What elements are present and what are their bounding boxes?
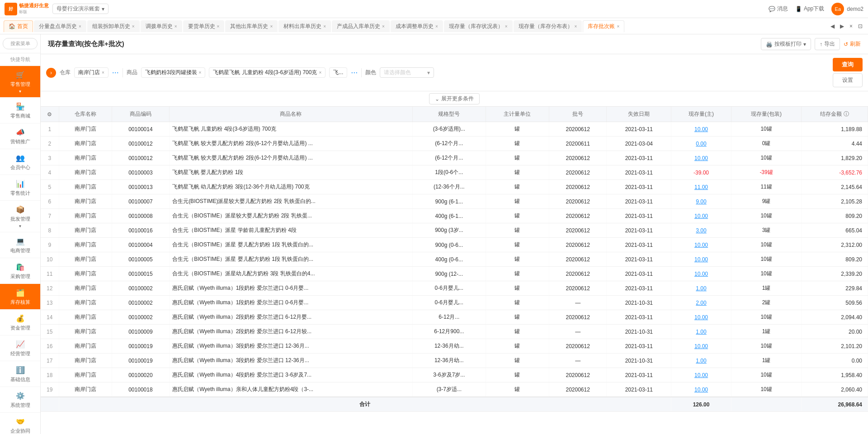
settings-btn[interactable]: 设置	[833, 73, 863, 87]
company-select[interactable]: 母婴行业演示账套 ▾	[52, 4, 108, 14]
mall-icon: 🏪	[16, 102, 25, 111]
remove-filter-icon[interactable]: ×	[199, 70, 202, 75]
cell-qty-pkg: 10罐	[731, 368, 802, 382]
cell-qty-main[interactable]: 10.00	[671, 267, 731, 281]
sidebar-item-inventory[interactable]: 🗂️ 库存核算	[0, 284, 40, 310]
filter-expand-btn[interactable]: ›	[46, 68, 56, 78]
tab-chenben[interactable]: 成本调整单历史 ×	[391, 20, 443, 32]
cell-qty-main[interactable]: 2.00	[671, 296, 731, 310]
tab-cailiaochuku[interactable]: 材料出库单历史 ×	[278, 20, 331, 32]
close-icon[interactable]: ×	[435, 24, 438, 29]
user-area[interactable]: Ea demo2	[831, 3, 863, 15]
sidebar-item-member[interactable]: 👥 会员中心	[0, 149, 40, 175]
close-icon[interactable]: ×	[132, 24, 135, 29]
cell-amount: 2,060.40	[802, 382, 868, 397]
tab-diaobodang[interactable]: 调拨单历史 ×	[141, 20, 182, 32]
close-icon[interactable]: ×	[505, 24, 508, 29]
cell-amount: 0.00	[802, 354, 868, 368]
cell-qty-main[interactable]: 1.00	[671, 281, 731, 296]
table-container[interactable]: ⚙ 仓库名称 商品编码 商品名称 规格型号 主计量单位 批号 失效日期 现存量(…	[41, 107, 868, 434]
cell-name: 惠氏启赋（Wyeth illuma）3段奶粉 爱尔兰进口 12-36月...	[170, 339, 413, 354]
sidebar-item-operation[interactable]: 📈 经营管理	[0, 335, 40, 361]
close-icon[interactable]: ×	[323, 24, 326, 29]
sidebar-item-finance[interactable]: 💰 资金管理	[0, 310, 40, 335]
tab-kucun-dist[interactable]: 现存量（库存分布表） ×	[514, 20, 582, 32]
more-options-icon[interactable]: ···	[112, 68, 119, 77]
product-more-icon[interactable]: ···	[351, 68, 358, 77]
export-btn[interactable]: ↑ 导出	[815, 38, 840, 50]
nav-close-icon[interactable]: ×	[848, 22, 854, 30]
search-menu-btn[interactable]: 搜索菜单	[3, 38, 38, 49]
tab-kucun-status[interactable]: 现存量（库存状况表） ×	[444, 20, 513, 32]
tab-zuzhuangchaijian[interactable]: 组装拆卸单历史 ×	[87, 20, 140, 32]
cell-qty-main[interactable]: 1.00	[671, 325, 731, 339]
cell-qty-main[interactable]: 9.00	[671, 194, 731, 209]
cell-qty-main[interactable]: 10.00	[671, 122, 731, 137]
color-select[interactable]: 请选择颜色 ▾	[380, 67, 434, 78]
tab-fenliangpandian[interactable]: 分量盘点单历史 ×	[34, 20, 86, 32]
close-icon[interactable]: ×	[79, 24, 81, 29]
refresh-btn[interactable]: ↺ 刷新	[844, 40, 861, 48]
basic-icon: ℹ️	[16, 366, 25, 374]
sidebar-item-ecom[interactable]: 💻 电商管理	[0, 232, 40, 258]
sidebar-item-marketing[interactable]: 📣 营销推广	[0, 123, 40, 149]
cell-qty-main[interactable]: 1.00	[671, 354, 731, 368]
close-icon[interactable]: ×	[217, 24, 220, 29]
cell-qty-main[interactable]: 10.00	[671, 310, 731, 325]
tab-chanpinruku[interactable]: 产成品入库单历史 ×	[332, 20, 390, 32]
cell-name: 惠氏启赋（Wyeth illuma）2段奶粉 爱尔兰进口 6-12月较...	[170, 325, 413, 339]
product-tag-2[interactable]: 飞鹤星飞帆 儿童奶粉 4段(3-6岁适用) 700克 ×	[209, 67, 326, 78]
settings-gear-icon[interactable]: ⚙	[47, 111, 52, 118]
cell-qty-main[interactable]: 10.00	[671, 368, 731, 382]
sidebar-item-collab[interactable]: 🤝 企业协同	[0, 413, 40, 434]
sidebar-item-retail[interactable]: 🛒 零售管理 ▼	[0, 66, 40, 98]
tab-qitachuku[interactable]: 其他出库单历史 ×	[225, 20, 278, 32]
cell-expire: 2021-03-11	[607, 339, 671, 354]
close-icon[interactable]: ×	[617, 24, 619, 29]
close-icon[interactable]: ×	[175, 24, 177, 29]
tab-kucun-pici[interactable]: 库存批次账 ×	[583, 20, 624, 32]
cell-qty-main[interactable]: 0.00	[671, 137, 731, 151]
sidebar-item-basic[interactable]: ℹ️ 基础信息	[0, 361, 40, 387]
query-btn[interactable]: 查询	[833, 58, 863, 71]
sidebar-item-system[interactable]: ⚙️ 系统管理	[0, 387, 40, 413]
cell-qty-main[interactable]: 10.00	[671, 151, 731, 165]
cell-qty-main[interactable]: 3.00	[671, 223, 731, 238]
app-download-btn[interactable]: 📱 App下载	[795, 5, 824, 13]
cell-qty-main[interactable]: 10.00	[671, 382, 731, 397]
sidebar-item-wholesale[interactable]: 📦 批发管理 ▼	[0, 201, 40, 232]
template-print-btn[interactable]: 🖨️ 按模板打印 ▾	[761, 38, 811, 50]
remove-filter-icon[interactable]: ×	[319, 70, 321, 75]
col-settings[interactable]: ⚙	[41, 107, 59, 122]
cell-qty-main[interactable]: -39.00	[671, 165, 731, 180]
quick-nav-btn[interactable]: 快捷导航	[0, 53, 40, 66]
cell-qty-main[interactable]: 10.00	[671, 209, 731, 223]
purchase-icon: 🛍️	[16, 263, 25, 271]
cell-batch: 20200612	[549, 382, 606, 397]
nav-left-arrow[interactable]: ◀	[829, 22, 836, 30]
cell-qty-main[interactable]: 10.00	[671, 238, 731, 252]
nav-right-arrow[interactable]: ▶	[838, 22, 846, 30]
close-icon[interactable]: ×	[270, 24, 273, 29]
remove-filter-icon[interactable]: ×	[102, 70, 104, 75]
product-tag-3[interactable]: 飞...	[329, 67, 347, 78]
nav-expand-icon[interactable]: ⊡	[856, 22, 864, 30]
product-tag-1[interactable]: 飞鹤奶粉3段丙罐搂装 ×	[141, 67, 206, 78]
warehouse-tag-nanan[interactable]: 南岸门店 ×	[74, 67, 108, 78]
close-icon[interactable]: ×	[575, 24, 577, 29]
cell-qty-main[interactable]: 10.00	[671, 339, 731, 354]
cell-warehouse: 南岸门店	[59, 339, 112, 354]
sidebar-item-purchase[interactable]: 🛍️ 采购管理	[0, 258, 40, 284]
expand-conditions-btn[interactable]: ⌄ 展开更多条件	[429, 93, 480, 104]
message-btn[interactable]: 💬 消息	[769, 5, 788, 13]
sidebar-item-retail-stats[interactable]: 📊 零售统计	[0, 175, 40, 201]
col-code: 商品编码	[112, 107, 169, 122]
cell-warehouse: 南岸门店	[59, 310, 112, 325]
close-icon[interactable]: ×	[382, 24, 385, 29]
sidebar-item-mall[interactable]: 🏪 零售商城	[0, 98, 40, 123]
cell-qty-main[interactable]: 10.00	[671, 252, 731, 267]
tab-home[interactable]: 🏠 首页	[4, 20, 33, 32]
tab-yaohuo[interactable]: 要货单历史 ×	[183, 20, 225, 32]
company-name: 母婴行业演示账套	[57, 5, 100, 13]
cell-qty-main[interactable]: 11.00	[671, 180, 731, 194]
